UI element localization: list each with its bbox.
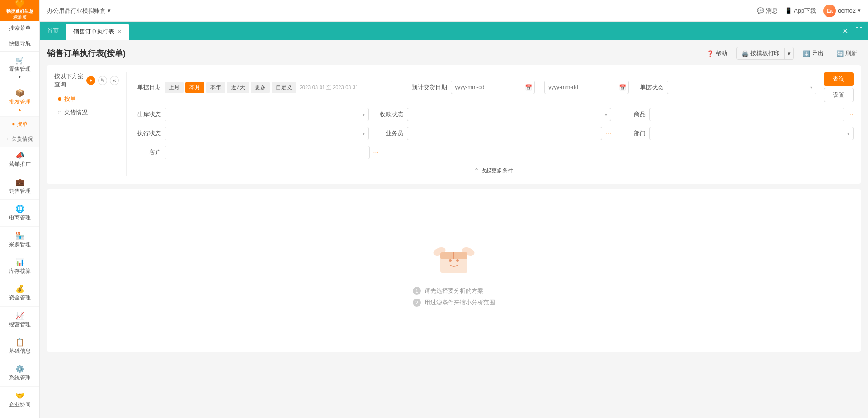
print-main[interactable]: 🖨️ 按模板打印 [737,48,784,59]
order-date-label: 单据日期 [134,83,161,91]
sidebar-item-purchase[interactable]: 🏪 采购管理 [0,227,39,253]
customer-input[interactable] [165,146,370,159]
search-btn[interactable]: 查询 [824,72,854,86]
basic-icon: 📋 [15,338,24,347]
filter-sidebar-actions: + ✎ « [86,76,119,85]
add-scheme-btn[interactable]: + [86,76,95,85]
this-year-btn[interactable]: 本年 [206,82,225,93]
user-menu[interactable]: Ea demo2 ▾ [823,5,861,17]
refresh-icon: 🔄 [836,50,844,57]
sidebar-item-ecommerce[interactable]: 🌐 电商管理 [0,200,39,227]
product-input[interactable] [649,108,844,121]
refresh-btn[interactable]: 🔄 刷新 [833,48,861,59]
page-actions: ❓ 帮助 🖨️ 按模板打印 ▾ ⬇️ 导出 🔄 刷新 [703,47,861,60]
sidebar-item-finance[interactable]: 💰 资金管理 [0,280,39,307]
sidebar-nav: 🛒 零售管理 ▾ 📦 批发管理 ▴ ● 按单 ○ 欠货情况 📣 营销推广 💼 销… [0,52,39,418]
delivery-status-select[interactable]: ▾ [165,108,369,121]
collapse-sidebar-btn[interactable]: « [110,76,119,85]
ecommerce-icon: 🌐 [15,204,24,213]
last-month-btn[interactable]: 上月 [165,82,184,93]
print-btn[interactable]: 🖨️ 按模板打印 ▾ [736,47,794,60]
custom-btn[interactable]: 自定义 [272,82,296,93]
operation-icon: 📈 [15,311,24,320]
sidebar-item-inventory[interactable]: 📊 库存核算 [0,253,39,280]
order-status-select[interactable]: ▾ [667,81,816,94]
customer-ellipsis-btn[interactable]: ··· [373,149,379,156]
salesperson-group: 业务员 ··· [376,127,611,140]
sidebar-item-cooperation[interactable]: 🤝 企业协同 [0,387,39,413]
filter-nav-dot [58,97,61,101]
tab-home[interactable]: 首页 [40,22,66,40]
sidebar-item-retail[interactable]: 🛒 零售管理 ▾ [0,52,39,84]
this-month-btn[interactable]: 本月 [185,82,204,93]
export-btn[interactable]: ⬇️ 导出 [799,48,827,59]
payment-status-select[interactable]: ▾ [407,108,611,121]
department-group: 部门 ▾ [618,127,854,140]
expected-date-start[interactable] [451,81,535,94]
breadcrumb-dropdown-icon: ▾ [108,7,111,14]
search-settings-btns: 查询 设置 [824,72,854,102]
export-icon: ⬇️ [803,50,810,57]
help-btn[interactable]: ❓ 帮助 [703,48,731,59]
product-group: 商品 ··· [618,108,854,121]
delivery-status-label: 出库状态 [134,110,161,119]
expected-date-start-wrap: 📅 [451,81,535,94]
filter-nav-orders[interactable]: 按单 [54,92,119,106]
tab-fullscreen-icon[interactable]: ⛶ [854,25,864,37]
wholesale-icon: 📦 [15,89,24,97]
product-label: 商品 [618,110,646,119]
more-btn[interactable]: 更多 [251,82,270,93]
department-select[interactable]: ▾ [649,127,854,140]
order-status-arrow: ▾ [810,85,812,90]
filter-nav-debt[interactable]: 欠货情况 [54,106,119,119]
filter-card: 按以下方案查询 + ✎ « 按单 欠货情况 [47,65,861,184]
date-separator: — [537,84,542,91]
main-wrapper: 办公用品行业模拟账套 ▾ 💬 消息 📱 App下载 Ea demo2 ▾ [40,0,868,418]
salesperson-label: 业务员 [376,129,403,138]
tab-sales-order[interactable]: 销售订单执行表 ✕ [66,24,129,40]
system-icon: ⚙️ [15,365,24,373]
exec-status-select[interactable]: ▾ [165,127,369,140]
sidebar-item-basic[interactable]: 📋 基础信息 [0,333,39,360]
user-dropdown-icon: ▾ [858,7,861,14]
message-btn[interactable]: 💬 消息 [757,7,778,15]
customer-group: 客户 ··· [134,146,378,159]
scheme-label: 按以下方案查询 [54,72,86,89]
empty-state-illustration [431,234,476,280]
retail-icon: 🛒 [15,56,24,65]
payment-status-group: 收款状态 ▾ [376,108,611,121]
print-arrow[interactable]: ▾ [784,48,793,59]
tab-close-all-icon[interactable]: ✕ [840,25,850,37]
quick-nav[interactable]: 快捷导航 [0,36,39,52]
salesperson-ellipsis-btn[interactable]: ··· [606,130,611,137]
edit-scheme-btn[interactable]: ✎ [98,76,107,85]
sidebar-sub-orders[interactable]: ● 按单 [0,117,39,132]
sidebar-item-newbie[interactable]: 🎯 新手引导 [0,413,39,418]
salesperson-input[interactable] [407,127,602,140]
svg-point-6 [456,259,459,262]
settings-btn[interactable]: 设置 [824,88,854,102]
product-ellipsis-btn[interactable]: ··· [848,111,854,118]
sidebar-item-marketing[interactable]: 📣 营销推广 [0,147,39,173]
sidebar-sub-debt[interactable]: ○ 欠货情况 [0,132,39,147]
delivery-status-group: 出库状态 ▾ [134,108,369,121]
print-icon: 🖨️ [741,50,749,57]
tip-num-1: 1 [413,287,421,295]
tab-close-sales-order[interactable]: ✕ [117,29,122,34]
collapse-bar[interactable]: ⌃ 收起更多条件 [134,165,854,176]
search-menu[interactable]: 搜索菜单 [0,21,39,36]
sidebar-item-sales[interactable]: 💼 销售管理 [0,173,39,200]
expected-date-group: 预计交货日期 📅 — 📅 [412,81,628,94]
sidebar-item-system[interactable]: ⚙️ 系统管理 [0,360,39,387]
expected-date-end-wrap: 📅 [544,81,628,94]
date-start-icon: 📅 [525,84,532,91]
page-header: 销售订单执行表(按单) ❓ 帮助 🖨️ 按模板打印 ▾ ⬇️ 导出 [47,47,861,60]
app-download-btn[interactable]: 📱 App下载 [785,7,816,15]
sidebar-item-operation[interactable]: 📈 经营管理 [0,307,39,333]
last7-btn[interactable]: 近7天 [227,82,249,93]
expected-date-end[interactable] [544,81,628,94]
breadcrumb-text: 办公用品行业模拟账套 [47,7,106,15]
header-right: 💬 消息 📱 App下载 Ea demo2 ▾ [757,5,861,17]
breadcrumb-dropdown[interactable]: 办公用品行业模拟账套 ▾ [47,7,111,15]
sidebar-item-wholesale[interactable]: 📦 批发管理 ▴ [0,84,39,117]
